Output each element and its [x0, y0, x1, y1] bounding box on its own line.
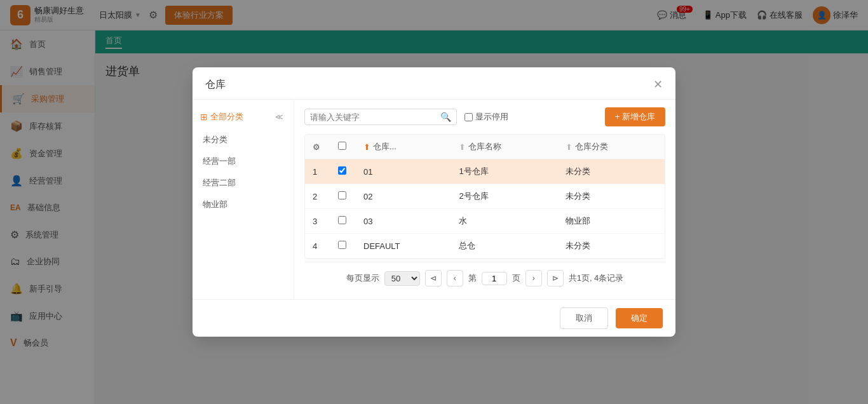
row-check[interactable]	[338, 166, 346, 175]
row-code: 01	[356, 159, 451, 184]
row-category: 未分类	[558, 234, 665, 259]
modal-header: 仓库 ✕	[193, 67, 675, 100]
category-item-uncategorized[interactable]: 未分类	[193, 129, 294, 151]
col-gear: ⚙	[305, 135, 330, 159]
warehouse-table: ⚙ ⬆ 仓库...	[304, 134, 665, 259]
per-page-select[interactable]: 50 100	[384, 271, 420, 286]
category-title: ⊞ 全部分类	[200, 111, 243, 123]
row-category: 未分类	[558, 159, 665, 184]
sort-icon-cat: ⬆	[566, 142, 573, 152]
row-name: 1号仓库	[451, 159, 558, 184]
row-check[interactable]	[338, 191, 346, 199]
new-warehouse-button[interactable]: + 新增仓库	[605, 107, 665, 126]
row-num: 2	[305, 184, 330, 209]
prev-page-button[interactable]: ‹	[447, 270, 463, 286]
per-page-label: 每页显示	[346, 273, 379, 284]
row-num: 1	[305, 159, 330, 184]
col-checkbox	[330, 135, 356, 159]
warehouse-modal: 仓库 ✕ ⊞ 全部分类 ≪ 未分类 经营一部 经营二部 物业部	[193, 67, 675, 337]
page-input[interactable]	[482, 272, 507, 285]
modal-title: 仓库	[205, 78, 226, 91]
modal-footer: 取消 确定	[193, 299, 675, 337]
table-row[interactable]: 3 03 水 物业部	[305, 209, 665, 234]
show-disabled-label[interactable]: 显示停用	[465, 111, 508, 123]
row-check[interactable]	[338, 241, 346, 249]
sort-icon: ⬆	[363, 142, 370, 152]
row-checkbox[interactable]	[330, 159, 356, 184]
category-item-ops1[interactable]: 经营一部	[193, 151, 294, 172]
page-suffix: 页	[512, 273, 520, 284]
row-code: DEFAULT	[356, 234, 451, 259]
row-num: 3	[305, 209, 330, 234]
search-box[interactable]: 🔍	[304, 109, 457, 125]
page-text: 第	[468, 273, 477, 284]
table-row[interactable]: 2 02 2号仓库 未分类	[305, 184, 665, 209]
row-name: 2号仓库	[451, 184, 558, 209]
col-name-header: ⬆ 仓库名称	[451, 135, 558, 159]
category-item-property[interactable]: 物业部	[193, 194, 294, 215]
search-row: 🔍 显示停用 + 新增仓库	[304, 107, 665, 126]
col-category-header: ⬆ 仓库分类	[558, 135, 665, 159]
row-checkbox[interactable]	[330, 184, 356, 209]
search-icon: 🔍	[440, 112, 451, 122]
total-info: 共1页, 4条记录	[569, 273, 624, 284]
row-checkbox[interactable]	[330, 209, 356, 234]
show-disabled-checkbox[interactable]	[465, 113, 473, 121]
row-code: 03	[356, 209, 451, 234]
search-input[interactable]	[310, 112, 440, 122]
last-page-button[interactable]: ⊳	[547, 270, 564, 286]
settings-icon: ⚙	[313, 142, 320, 152]
col-code-header: ⬆ 仓库...	[356, 135, 451, 159]
modal-body: ⊞ 全部分类 ≪ 未分类 经营一部 经营二部 物业部 🔍	[193, 100, 675, 299]
row-category: 物业部	[558, 209, 665, 234]
row-num: 4	[305, 234, 330, 259]
select-all-checkbox[interactable]	[338, 142, 346, 150]
next-page-button[interactable]: ›	[526, 270, 542, 286]
pagination: 每页显示 50 100 ⊲ ‹ 第 页 › ⊳ 共1页, 4条记录	[304, 262, 665, 292]
row-name: 总仓	[451, 234, 558, 259]
confirm-button[interactable]: 确定	[616, 308, 663, 328]
category-header: ⊞ 全部分类 ≪	[193, 107, 294, 129]
modal-overlay: 仓库 ✕ ⊞ 全部分类 ≪ 未分类 经营一部 经营二部 物业部	[0, 0, 868, 404]
row-name: 水	[451, 209, 558, 234]
grid-icon: ⊞	[200, 112, 208, 122]
category-item-ops2[interactable]: 经营二部	[193, 172, 294, 194]
row-category: 未分类	[558, 184, 665, 209]
row-code: 02	[356, 184, 451, 209]
table-row[interactable]: 4 DEFAULT 总仓 未分类	[305, 234, 665, 259]
collapse-button[interactable]: ≪	[273, 111, 286, 123]
row-check[interactable]	[338, 216, 346, 224]
cancel-button[interactable]: 取消	[560, 307, 608, 329]
row-checkbox[interactable]	[330, 234, 356, 259]
close-icon[interactable]: ✕	[653, 77, 663, 91]
modal-category-sidebar: ⊞ 全部分类 ≪ 未分类 经营一部 经营二部 物业部	[193, 100, 294, 299]
modal-main: 🔍 显示停用 + 新增仓库 ⚙	[294, 100, 675, 299]
table-row[interactable]: 1 01 1号仓库 未分类	[305, 159, 665, 184]
sort-icon-name: ⬆	[459, 142, 466, 152]
first-page-button[interactable]: ⊲	[425, 270, 442, 286]
